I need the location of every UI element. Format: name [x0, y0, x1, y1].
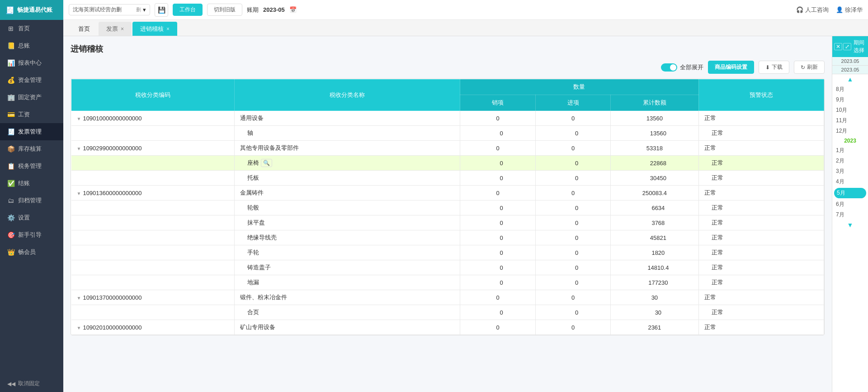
period-month-item[interactable]: 8月	[832, 84, 868, 95]
cell-name: 座椅🔍	[234, 156, 460, 171]
workbench-button[interactable]: 工作台	[173, 4, 203, 16]
cell-purchase: 0	[535, 141, 611, 156]
sidebar-item-archive[interactable]: 🗂 归档管理	[0, 192, 63, 209]
switch-old-button[interactable]: 切到旧版	[207, 4, 242, 16]
cell-sale: 0	[460, 290, 536, 305]
calendar-icon[interactable]: 📅	[289, 6, 297, 13]
cell-search-icon[interactable]: 🔍	[261, 159, 272, 167]
sidebar-item-tax[interactable]: 📋 税务管理	[0, 158, 63, 175]
cell-total: 13560	[611, 111, 698, 126]
expand-icon[interactable]: ▼	[77, 146, 81, 151]
refresh-icon: ↻	[801, 64, 805, 71]
reports-icon: 📊	[7, 59, 14, 67]
sidebar-item-assets[interactable]: 🏢 固定资产	[0, 89, 63, 106]
cell-purchase: 0	[535, 320, 611, 335]
cell-purchase: 0	[535, 201, 611, 215]
sidebar-item-invoices[interactable]: 🧾 发票管理	[0, 123, 63, 140]
sidebar-item-ledger[interactable]: 📒 总账	[0, 37, 63, 54]
scroll-down-arrow[interactable]: ▼	[832, 220, 868, 230]
header-qty-group: 数量	[460, 79, 698, 95]
help-link[interactable]: 🎧 人工咨询	[796, 6, 829, 14]
sidebar-item-home[interactable]: ⊞ 首页	[0, 20, 63, 37]
cell-code	[71, 171, 235, 186]
cell-purchase: 0	[535, 290, 611, 305]
sidebar-item-inventory[interactable]: 📦 库存核算	[0, 140, 63, 158]
sidebar-item-funds[interactable]: 💰 资金管理	[0, 72, 63, 89]
close-panel-icon[interactable]: ✕	[834, 43, 842, 50]
save-button[interactable]: 💾	[155, 3, 168, 17]
tab-reconcile-close[interactable]: ×	[166, 26, 170, 32]
period-month-item[interactable]: 5月	[834, 188, 866, 198]
tab-home[interactable]: 首页	[71, 22, 98, 36]
refresh-button[interactable]: ↻ 刷新	[794, 61, 825, 74]
sidebar-item-settings[interactable]: ⚙️ 设置	[0, 209, 63, 226]
period-month-item[interactable]: 9月	[832, 95, 868, 105]
scroll-up-arrow[interactable]: ▲	[832, 74, 868, 84]
ledger-icon: 📒	[7, 42, 14, 49]
cell-name: 合页	[234, 305, 460, 320]
pin-icon: ◀◀	[7, 381, 15, 387]
home-icon: ⊞	[7, 25, 14, 32]
cell-code	[71, 245, 235, 260]
period-month-item[interactable]: 3月	[832, 166, 868, 177]
sidebar-item-settle[interactable]: ✅ 结账	[0, 175, 63, 192]
period-month-item[interactable]: 6月	[832, 199, 868, 210]
sidebar-item-member[interactable]: 👑 畅会员	[0, 244, 63, 261]
cell-code: ▼109013600000000000	[71, 186, 235, 201]
sidebar-label-inventory: 库存核算	[18, 145, 42, 153]
company-selector[interactable]: 沈海英测试经营勿删 删 ▾	[69, 4, 150, 15]
tab-home-label: 首页	[78, 25, 90, 33]
invoices-icon: 🧾	[7, 128, 14, 135]
cell-status: 正常	[698, 230, 824, 245]
company-dropdown-icon: ▾	[143, 6, 146, 13]
cell-purchase: 0	[535, 230, 611, 245]
cell-name: 抹平盘	[234, 215, 460, 230]
cell-total: 30450	[611, 171, 698, 186]
user-info[interactable]: 👤 徐泽华	[836, 6, 863, 14]
period-month-item[interactable]: 12月	[832, 126, 868, 136]
period-month-item[interactable]: 11月	[832, 115, 868, 126]
sidebar-item-reports[interactable]: 📊 报表中心	[0, 54, 63, 72]
topbar-right: 🎧 人工咨询 👤 徐泽华	[796, 6, 863, 14]
download-button[interactable]: ⬇ 下载	[759, 61, 789, 74]
expand-panel-icon[interactable]: ⤢	[843, 43, 851, 50]
sidebar-unpin-button[interactable]: ◀◀ 取消固定	[0, 375, 63, 392]
cell-code	[71, 156, 235, 171]
period-month-item[interactable]: 7月	[832, 210, 868, 220]
cell-total: 13560	[611, 126, 698, 141]
period-month-item[interactable]: 10月	[832, 105, 868, 115]
archive-icon: 🗂	[7, 197, 14, 204]
settings-icon: ⚙️	[7, 214, 14, 221]
expand-label: 全部展开	[680, 63, 703, 72]
cell-status: 正常	[698, 260, 824, 275]
sidebar-item-salary[interactable]: 💳 工资	[0, 106, 63, 123]
tab-reconcile[interactable]: 进销稽核 ×	[132, 22, 177, 36]
expand-icon[interactable]: ▼	[77, 191, 81, 196]
cell-total: 30	[611, 290, 698, 305]
sidebar: 🧾 畅捷通易代账 ⊞ 首页 📒 总账 📊 报表中心 💰 资金管理 🏢 固定资产 …	[0, 0, 63, 392]
expand-icon[interactable]: ▼	[77, 116, 81, 121]
user-avatar-icon: 👤	[836, 6, 843, 13]
sidebar-item-guide[interactable]: 🎯 新手引导	[0, 226, 63, 244]
download-icon: ⬇	[765, 64, 770, 71]
header-tax-name: 税收分类名称	[234, 79, 460, 111]
period-month-item[interactable]: 1月	[832, 145, 868, 156]
product-code-settings-button[interactable]: 商品编码设置	[708, 61, 754, 74]
header-total: 累计数额	[611, 95, 698, 111]
expand-toggle[interactable]: 全部展开	[661, 63, 703, 72]
tab-invoices-close[interactable]: ×	[121, 26, 124, 32]
expand-icon[interactable]: ▼	[77, 325, 81, 330]
refresh-label: 刷新	[807, 63, 818, 71]
content-area: 进销稽核 全部展开 商品编码设置 ⬇ 下载 ↻ 刷新	[63, 36, 868, 392]
sidebar-label-salary: 工资	[18, 110, 30, 119]
cell-name: 绝缘导线壳	[234, 230, 460, 245]
expand-icon[interactable]: ▼	[77, 296, 81, 301]
period-month-item[interactable]: 4月	[832, 177, 868, 187]
cell-code	[71, 230, 235, 245]
toggle-track[interactable]	[661, 63, 677, 72]
sidebar-label-funds: 资金管理	[18, 76, 42, 84]
period-month-item[interactable]: 2月	[832, 156, 868, 166]
logo-icon: 🧾	[5, 6, 14, 14]
tab-invoices[interactable]: 发票 ×	[99, 22, 132, 36]
headset-icon: 🎧	[796, 6, 803, 13]
